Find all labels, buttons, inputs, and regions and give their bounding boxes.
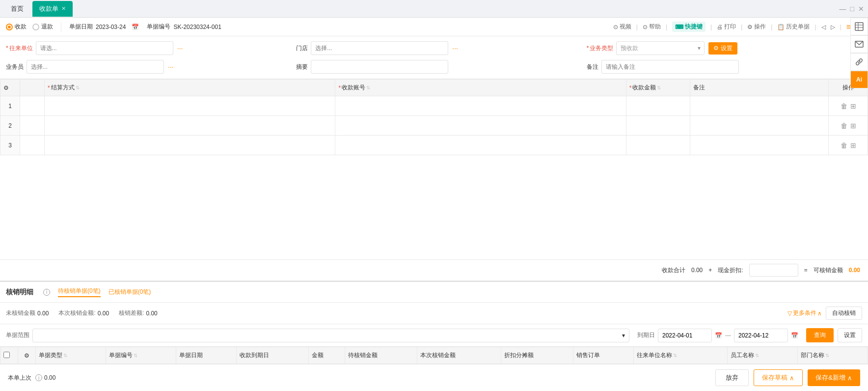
nav-prev-icon[interactable]: ◁ [821,24,826,30]
row-2-remark[interactable] [690,116,828,136]
remark-label: 备注 [587,63,598,71]
row-2-copy-icon[interactable]: ⊞ [850,122,856,130]
row-1-delete-icon[interactable]: 🗑 [841,102,847,110]
sort-partner-icon[interactable]: ⇅ [673,353,677,358]
business-type-label: *业务类型 [587,44,614,53]
help-btn[interactable]: ⊙ 帮助 [643,23,661,31]
row-3-remark[interactable] [690,136,828,155]
sort-amount-icon[interactable]: ⇅ [657,85,661,90]
tab-receipt-label: 收款单 [39,4,58,13]
auto-cancel-button[interactable]: 自动核销 [826,307,862,320]
completed-tab[interactable]: 已核销单据(0笔) [108,288,151,296]
employee-input[interactable] [27,60,164,74]
settings-col-header[interactable]: ⚙ [18,347,36,364]
more-conditions-btn[interactable]: ▽ 更多条件 ∧ [787,309,822,317]
row-1-amount[interactable] [626,96,690,116]
store-more-btn[interactable]: ··· [450,44,460,52]
tab-receipt[interactable]: 收款单 ✕ [32,1,73,17]
minimize-icon[interactable]: — [840,5,846,13]
row-2-num: 2 [0,116,20,136]
refund-radio[interactable]: 退款 [32,23,53,31]
dept-header: 部门名称 ⇅ [798,347,868,364]
equals-sign: = [804,267,808,274]
settings-button[interactable]: ⚙ 设置 [708,42,737,55]
employee-more-btn[interactable]: ··· [166,63,176,71]
receipt-radio[interactable]: 收款 [6,23,27,31]
receipt-table: ⚙ * 结算方式 ⇅ * 收款账号 ⇅ [0,79,868,155]
row-1-num: 1 [0,96,20,116]
summary-input[interactable] [311,60,448,74]
partner-input[interactable] [36,41,173,55]
chevron-up-icon: ∧ [817,310,822,317]
row-1-remark[interactable] [690,96,828,116]
row-2-settle[interactable] [45,116,335,136]
sort-employee-icon[interactable]: ⇅ [755,353,759,358]
sidebar-link-icon[interactable] [850,53,868,71]
row-3-copy-icon[interactable]: ⊞ [850,141,856,149]
receipt-radio-label: 收款 [15,23,27,31]
tab-close-icon[interactable]: ✕ [61,5,66,12]
discount-input[interactable] [749,264,798,277]
row-1-account[interactable] [335,96,626,116]
verification-section: 核销明细 i 待核销单据(0笔) 已核销单据(0笔) 未核销金额 0.00 本次… [0,281,868,364]
tab-home[interactable]: 首页 [4,1,30,17]
sidebar-ai-icon[interactable]: Ai [850,71,868,88]
row-1-copy-icon[interactable]: ⊞ [850,102,856,110]
sort-settle-icon[interactable]: ⇅ [76,85,80,90]
business-type-field: *业务类型 ▾ ⚙ 设置 [587,41,862,55]
number-value: SK-20230324-001 [173,24,221,30]
row-2-account[interactable] [335,116,626,136]
discount-label: 现金折扣: [718,266,743,275]
store-input[interactable] [311,41,448,55]
pending-tab[interactable]: 待核销单据(0笔) [58,287,101,297]
sort-bill-type-icon[interactable]: ⇅ [63,353,67,358]
due-date-end-input[interactable] [734,329,788,342]
shortcut-btn[interactable]: ⌨ 快捷键 [672,22,705,32]
nav-next-icon[interactable]: ▷ [831,24,835,30]
row-3-delete-icon[interactable]: 🗑 [841,141,847,149]
partner-more-btn[interactable]: ··· [175,44,185,52]
cal-start-icon[interactable]: 📅 [715,332,722,339]
diff-label: 核销差额: [119,309,144,317]
partner-field: *往来单位 ··· [6,41,281,55]
diff-stat: 核销差额: 0.00 [119,309,158,317]
sidebar-table-icon[interactable] [850,18,868,35]
close-window-icon[interactable]: ✕ [858,5,864,13]
row-3-account[interactable] [335,136,626,155]
number-label: 单据编号 [147,23,170,31]
video-btn[interactable]: ⊙ 视频 [613,23,631,31]
query-button[interactable]: 查询 [806,328,834,342]
range-select[interactable]: ▾ [32,329,629,342]
sidebar-mail-icon[interactable] [850,35,868,53]
abandon-button[interactable]: 放弃 [715,369,749,386]
row-2-amount[interactable] [626,116,690,136]
operation-btn[interactable]: ⚙ 操作 [747,23,766,31]
table-settings-button[interactable]: 设置 [838,328,862,342]
row-3-amount[interactable] [626,136,690,155]
due-date-start-input[interactable] [658,329,712,342]
history-btn[interactable]: 📋 历史单据 [777,23,810,31]
sort-account-icon[interactable]: ⇅ [366,85,370,90]
business-type-input[interactable] [616,41,705,55]
save-draft-button[interactable]: 保存草稿 ∧ [754,369,803,386]
remark-input[interactable] [601,60,739,74]
remark-header: 备注 [690,80,828,96]
print-btn[interactable]: 🖨 打印 [717,23,736,31]
footer-info-icon[interactable]: i [35,374,42,381]
maximize-icon[interactable]: □ [850,5,854,13]
sort-bill-number-icon[interactable]: ⇅ [134,353,137,358]
table-settings-header[interactable]: ⚙ [0,80,20,96]
calendar-icon[interactable]: 📅 [132,24,139,30]
row-2-delete-icon[interactable]: 🗑 [841,122,847,130]
sep4: | [741,24,742,30]
check-all-header[interactable] [0,347,18,364]
sort-dept-icon[interactable]: ⇅ [825,353,829,358]
receipt-radio-circle [6,24,13,30]
check-all-checkbox[interactable] [3,352,10,358]
range-label: 单据范围 [6,331,29,339]
cal-end-icon[interactable]: 📅 [791,332,798,339]
row-1-settle[interactable] [45,96,335,116]
row-3-settle[interactable] [45,136,335,155]
save-new-button[interactable]: 保存&新增 ∧ [808,369,860,386]
info-icon[interactable]: i [43,289,50,296]
